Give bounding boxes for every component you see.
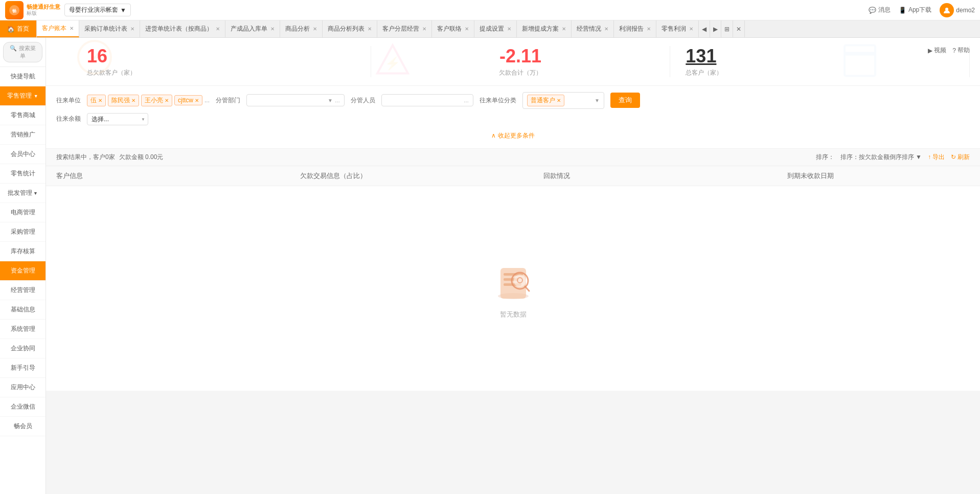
tab-close-icon-3[interactable]: ✕ [216,26,220,32]
tag-close-normal[interactable]: ✕ [557,98,561,103]
tab-commission[interactable]: 提成设置 ✕ [474,20,517,37]
sidebar-item-operation[interactable]: 经营管理 [0,281,45,300]
tab-customer-layer[interactable]: 客户分层经营 ✕ [377,20,432,37]
query-button[interactable]: 查询 [610,93,640,108]
export-button[interactable]: ↑ 导出 [928,153,945,162]
tab-nav-prev[interactable]: ◀ [699,20,710,37]
tab-close-icon-12[interactable]: ✕ [647,26,651,32]
stat-value-debt: -2.11 [499,46,541,66]
collapse-button[interactable]: ∧ 收起更多条件 [491,131,535,140]
tab-nav-expand[interactable]: ⊞ [721,20,733,37]
tab-new-commission[interactable]: 新增提成方案 ✕ [517,20,572,37]
tab-close-icon-11[interactable]: ✕ [604,26,608,32]
chevron-icon: ▼ [34,94,38,99]
sidebar-item-newbie[interactable]: 新手引导 [0,358,45,378]
tab-retail-profit[interactable]: 零售利润 ✕ [656,20,699,37]
tab-close-icon-13[interactable]: ✕ [689,26,693,32]
tab-goods-list[interactable]: 商品分析列表 ✕ [323,20,377,37]
sidebar-item-collab[interactable]: 企业协同 [0,339,45,358]
sidebar-item-retail[interactable]: 零售管理 ▼ [0,86,45,106]
filter-row-2: 往来余额 选择... [56,113,970,125]
sort-button[interactable]: 排序：按欠款金额倒序排序 ▼ [840,153,922,162]
svg-point-15 [514,275,526,287]
unit-class-filter[interactable]: 普通客户 ✕ ▼ [522,92,604,109]
search-result-bar: 搜索结果中，客户0家 欠款金额 0.00元 排序： 排序：按欠款金额倒序排序 ▼… [46,149,980,166]
filter-tag-cj: cjttcw ✕ [174,95,202,105]
tab-close-icon-2[interactable]: ✕ [130,26,134,32]
search-result-text: 搜索结果中，客户0家 [56,153,115,162]
unit-filter-label: 往来单位 [56,96,81,105]
filter-more-button[interactable]: ... [204,97,210,104]
refresh-button[interactable]: ↻ 刷新 [951,153,970,162]
sidebar-item-system[interactable]: 系统管理 [0,320,45,339]
sidebar-item-app-center[interactable]: 应用中心 [0,378,45,397]
sidebar-item-system-label: 系统管理 [11,325,35,332]
tab-goods-analysis[interactable]: 商品分析 ✕ [280,20,323,37]
user-profile[interactable]: demo2 [940,3,975,17]
tab-customer-ledger[interactable]: 客户账本 ✕ [37,20,79,37]
sidebar-item-purchase[interactable]: 采购管理 [0,222,45,242]
dept-input-field[interactable] [251,97,328,104]
sidebar-item-newbie-label: 新手引导 [11,364,35,371]
tab-close-icon-9[interactable]: ✕ [507,26,511,32]
tag-close-cj[interactable]: ✕ [195,98,199,103]
tag-close-chen[interactable]: ✕ [131,98,135,103]
filter-bar: 往来单位 伍 ✕ 陈民强 ✕ 王小亮 ✕ cjttcw [46,86,980,149]
sidebar-item-wechat[interactable]: 企业微信 [0,397,45,417]
video-link[interactable]: ▶ 视频 [928,46,946,55]
dept-more-icon: … [335,98,340,103]
person-filter-label: 分管人员 [351,96,375,105]
help-link[interactable]: ? 帮助 [952,46,970,55]
filter-tag-wu: 伍 ✕ [87,95,106,106]
sidebar-item-retail-mall[interactable]: 零售商城 [0,106,45,125]
message-action[interactable]: 💬 消息 [869,6,891,14]
sidebar-item-marketing[interactable]: 营销推广 [0,125,45,145]
sidebar-item-finance[interactable]: 资金管理 [0,261,45,281]
person-filter-input[interactable]: … [381,94,473,106]
tab-operation[interactable]: 经营情况 ✕ [572,20,614,37]
stat-total-customers: 16 总欠款客户（家） [56,46,371,77]
tab-nav-close-all[interactable]: ✕ [733,20,745,37]
sidebar-item-retail-stats[interactable]: 零售统计 [0,164,45,184]
dept-filter-input[interactable]: ▼ … [246,94,345,106]
company-name: 母婴行业演示帐套 [69,6,118,14]
tag-text-normal: 普通客户 [531,96,555,105]
tag-close-wang[interactable]: ✕ [165,98,169,103]
tab-home[interactable]: 🏠 首页 [0,20,37,37]
balance-filter-select[interactable]: 选择... [87,113,148,125]
sidebar-item-quick-nav[interactable]: 快捷导航 [0,67,45,86]
sidebar-item-wechat-label: 企业微信 [11,403,35,410]
tab-purchase-stats[interactable]: 进货单统计表（按商品） ✕ [140,20,225,37]
sidebar-item-basic[interactable]: 基础信息 [0,300,45,320]
balance-select-field[interactable]: 选择... [87,113,148,125]
tab-close-icon-7[interactable]: ✕ [422,26,426,32]
tab-close-icon[interactable]: ✕ [70,26,74,31]
tab-profit-report[interactable]: 利润报告 ✕ [614,20,656,37]
sidebar-item-ecommerce[interactable]: 电商管理 [0,203,45,222]
sidebar-item-wholesale[interactable]: 批发管理 ▼ [0,184,45,203]
tab-close-icon-8[interactable]: ✕ [465,26,469,32]
tab-close-icon-6[interactable]: ✕ [368,26,372,32]
tab-purchase-order[interactable]: 采购订单统计表 ✕ [79,20,140,37]
app-download-action[interactable]: 📱 App下载 [899,6,931,14]
tab-customer-contact[interactable]: 客户联络 ✕ [432,20,474,37]
unit-class-arrow: ▼ [595,98,600,103]
app-name: 畅捷通好生意 [27,4,60,10]
tab-customer-ledger-label: 客户账本 [42,24,66,33]
sidebar-search-button[interactable]: 🔍 搜索菜单 [3,42,42,62]
tab-close-icon-4[interactable]: ✕ [270,26,275,32]
help-label: 帮助 [958,46,970,55]
sidebar-item-quick-nav-label: 快捷导航 [11,73,35,80]
tab-close-icon-5[interactable]: ✕ [313,26,317,32]
sidebar-item-inventory[interactable]: 库存核算 [0,242,45,261]
tag-close-wu[interactable]: ✕ [98,98,102,103]
tab-close-icon-10[interactable]: ✕ [562,26,566,32]
company-selector[interactable]: 母婴行业演示帐套 ▼ [64,4,131,16]
sidebar-item-member[interactable]: 会员中心 [0,145,45,164]
sidebar-item-member2[interactable]: 畅会员 [0,417,45,436]
tab-production[interactable]: 产成品入库单 ✕ [225,20,280,37]
sidebar-item-app-center-label: 应用中心 [11,384,35,391]
export-icon: ↑ [928,153,931,161]
person-input-field[interactable] [386,97,464,104]
tab-nav-next[interactable]: ▶ [710,20,721,37]
